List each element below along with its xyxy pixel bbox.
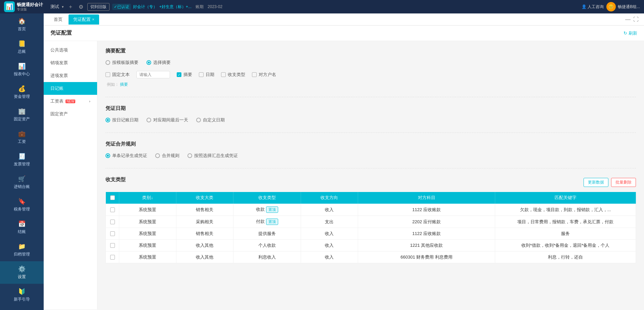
help-button[interactable]: 👤 人工咨询 [582,4,604,10]
sidebar-item-tax[interactable]: 🔖 税务管理 [0,194,44,216]
sidebar-item-salary[interactable]: 💼 工资 [0,126,44,149]
minimize-icon[interactable]: — [625,16,631,23]
row-type-1: 收款 置顶 [233,204,301,216]
maximize-icon[interactable]: ⛶ [633,16,639,23]
sidebar-item-close[interactable]: 📅 结账 [0,216,44,239]
logo-icon: 📊 [4,1,15,12]
row-checkbox-2[interactable] [106,216,119,228]
income-section: 收支类型 更新数据 批量删除 类别↓ [105,177,636,263]
row-checkbox-3[interactable] [106,228,119,240]
left-nav-fixed-asset[interactable]: 固定资产 [44,108,97,120]
row-big-type-2: 采购相关 [176,216,233,228]
sidebar: 🏠 首页 📒 总账 📊 报表中心 💰 资金管理 🏢 固定资产 💼 工资 🧾 发票… [0,13,44,310]
col-checkbox[interactable] [106,192,119,204]
checkbox-pay-type[interactable]: 收支类型 [221,72,245,78]
row-keywords-1: 欠款，现金，项目款，到款，报销款，汇入，... [495,204,636,216]
page-header: 凭证配置 ↻ 刷新 [44,26,644,41]
radio-merge-rule[interactable]: 合并规则 [155,153,179,159]
row-category-2: 系统预置 [119,216,176,228]
sidebar-item-label: 资金管理 [14,94,30,100]
period-value[interactable]: 2023-02 [208,4,222,9]
col-category: 类别↓ [119,192,176,204]
checkbox-summary[interactable]: ✓ 摘要 [177,72,192,78]
checkbox-box-date [199,72,204,77]
sidebar-item-label: 发票管理 [14,161,30,167]
logo-sub: 专业版 [17,7,43,11]
logo-name: 畅捷通好会计 [17,2,43,7]
radio-select-summary-gen[interactable]: 按照选择汇总生成凭证 [187,153,238,159]
tab-home[interactable]: 首页 [49,14,67,25]
sidebar-item-report[interactable]: 📊 报表中心 [0,59,44,81]
row-direction-3: 收入 [301,228,358,240]
checkbox-date[interactable]: 日期 [199,72,214,78]
sidebar-item-archive[interactable]: 📁 归档管理 [0,239,44,261]
period-label: 账期 [196,4,204,10]
merge-section-title: 凭证合并规则 [105,141,636,147]
biz-tag: +好生意（标）+... [159,4,191,10]
row-checkbox-5[interactable] [106,251,119,263]
report-icon: 📊 [18,63,26,70]
sidebar-item-asset[interactable]: 🏢 固定资产 [0,104,44,126]
top-tag-2[interactable]: 置顶 [266,219,278,225]
col-big-type: 收支大类 [176,192,233,204]
sidebar-item-home[interactable]: 🏠 首页 [0,13,44,36]
col-keywords: 匹配关键字 [495,192,636,204]
date-section: 凭证日期 按日记账日期 对应期间最后一天 自定义日期 [105,105,636,123]
salary-icon: 💼 [18,130,26,138]
radio-circle-merge [155,153,160,158]
left-nav-public[interactable]: 公共选项 [44,44,97,56]
radio-custom-date[interactable]: 自定义日期 [196,117,225,123]
add-button[interactable]: ＋ [67,3,75,11]
switch-version-button[interactable]: 切到旧版 [87,3,110,11]
radio-circle-template [105,60,110,65]
col-type: 收支类型 [233,192,301,204]
sidebar-item-invoice[interactable]: 🧾 发票管理 [0,149,44,171]
left-nav-salary-table[interactable]: 工资表 NEW › [44,95,97,108]
user-info[interactable]: 😊 畅捷通B组... [606,2,640,11]
sidebar-item-ledger[interactable]: 📒 总账 [0,36,44,59]
tab-close-icon[interactable]: × [92,17,94,22]
row-type-4: 个人收款 [233,240,301,251]
left-nav: 公共选项 销项发票 进项发票 日记账 工资表 NEW › [44,41,97,309]
radio-template[interactable]: 按模板版摘要 [105,60,138,66]
gear-icon[interactable]: ⚙ [77,3,85,11]
radio-circle-journal [105,118,110,122]
right-content: 摘要配置 按模板版摘要 选择摘要 [97,41,644,309]
row-account-1: 1122 应收账款 [358,204,495,216]
batch-delete-button[interactable]: 批量删除 [611,178,636,187]
certified-tag: ✓已认证 [112,4,131,10]
sidebar-item-finance[interactable]: 💰 资金管理 [0,81,44,104]
update-data-button[interactable]: 更新数据 [584,178,608,187]
row-keywords-3: 服务 [495,228,636,240]
sidebar-item-member[interactable]: 👤 畅会员 [0,306,44,310]
row-type-5: 利息收入 [233,251,301,263]
sidebar-item-guide[interactable]: 🔰 新手引导 [0,284,44,306]
row-big-type-4: 收入其他 [176,240,233,251]
row-big-type-5: 收入其他 [176,251,233,263]
radio-period-last[interactable]: 对应期间最后一天 [146,117,188,123]
left-nav-journal[interactable]: 日记账 [44,82,97,95]
sidebar-item-label: 首页 [18,26,26,32]
row-category-3: 系统预置 [119,228,176,240]
page-title: 凭证配置 [50,30,72,37]
row-category-4: 系统预置 [119,240,176,251]
radio-single-record[interactable]: 单条记录生成凭证 [105,153,147,159]
left-nav-purchase-invoice[interactable]: 进项发票 [44,69,97,82]
fixed-text-input[interactable] [136,71,170,78]
chevron-down-icon[interactable]: ▾ [62,5,64,9]
row-checkbox-1[interactable] [106,204,119,216]
sidebar-item-label: 归档管理 [14,251,30,257]
tab-voucher-config[interactable]: 凭证配置 × [69,14,99,25]
left-nav-sales-invoice[interactable]: 销项发票 [44,56,97,69]
checkbox-fixed-text[interactable]: 固定文本 [105,72,130,78]
row-checkbox-4[interactable] [106,240,119,251]
radio-journal-date[interactable]: 按日记账日期 [105,117,138,123]
refresh-button[interactable]: ↻ 刷新 [624,30,637,36]
top-tag-1[interactable]: 置顶 [266,206,278,213]
sidebar-item-settings[interactable]: ⚙️ 设置 [0,261,44,284]
radio-select-summary[interactable]: 选择摘要 [146,60,171,66]
sidebar-item-purchase[interactable]: 🛒 进销台账 [0,171,44,194]
checkbox-counterpart[interactable]: 对方户名 [252,72,276,78]
logo: 📊 畅捷通好会计 专业版 [4,1,48,12]
btn-row: 更新数据 批量删除 [584,178,636,187]
